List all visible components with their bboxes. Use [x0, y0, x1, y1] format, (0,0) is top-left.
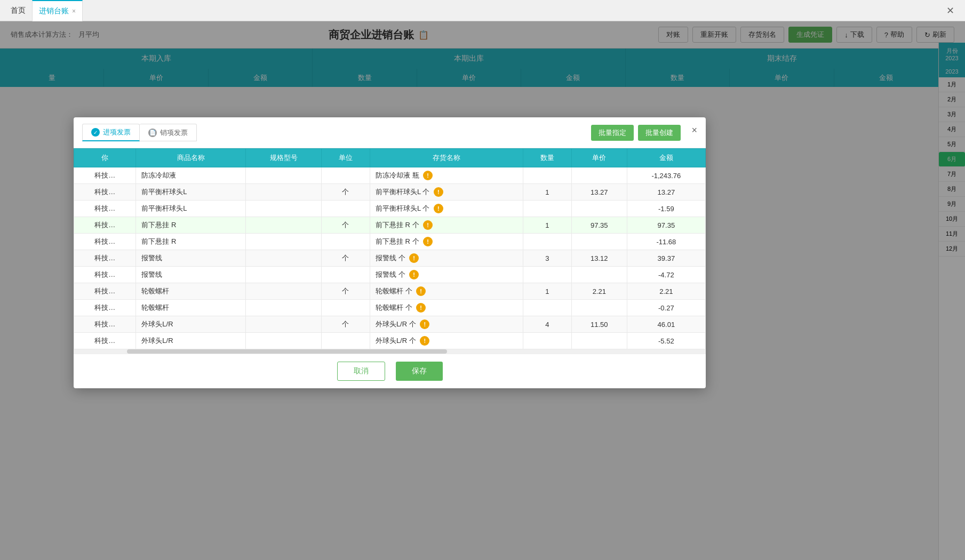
cell-company: 科技…	[74, 267, 136, 283]
cell-amount: -11.68	[627, 234, 705, 250]
cell-company: 科技…	[74, 250, 136, 267]
table-row[interactable]: 科技… 前下悬挂 R 个 前下悬挂 R 个 ! 1 97.35 97.35	[74, 217, 706, 234]
cell-product: 轮毂螺杆	[136, 283, 246, 300]
table-row[interactable]: 科技… 外球头L/R 外球头L/R 个 ! -5.52	[74, 333, 706, 349]
cell-stock-name: 外球头L/R 个 !	[370, 333, 523, 349]
cell-company: 科技…	[74, 167, 136, 184]
scrollbar-thumb[interactable]	[127, 349, 447, 354]
table-row[interactable]: 科技… 报警线 个 报警线 个 ! 3 13.12 39.37	[74, 250, 706, 267]
cell-stock-name: 防冻冷却液 瓶 !	[370, 167, 523, 184]
cell-unit: 个	[321, 316, 370, 333]
table-header-row: 你 商品名称 规格型号 单位 存货名称 数量 单价 金额	[74, 149, 706, 167]
cell-spec	[246, 316, 322, 333]
cell-unit	[321, 333, 370, 349]
warning-icon: !	[416, 286, 426, 296]
cell-amount: 97.35	[627, 217, 705, 234]
cell-qty	[523, 167, 571, 184]
warning-icon: !	[423, 220, 433, 230]
dialog-scroll-area[interactable]: 你 商品名称 规格型号 单位 存货名称 数量 单价 金额 科技… 防冻冷却液 防…	[74, 148, 706, 349]
cell-price	[571, 201, 627, 217]
tab-close-icon[interactable]: ×	[72, 7, 76, 15]
warning-icon: !	[420, 336, 429, 346]
tab-outbound-invoice[interactable]: 📄 销项发票	[140, 124, 197, 141]
cell-price	[571, 234, 627, 250]
cell-company: 科技…	[74, 333, 136, 349]
cell-amount: 2.21	[627, 283, 705, 300]
cell-price	[571, 300, 627, 316]
dialog-header: ✓ 进项发票 📄 销项发票 批量指定 批量创建 ×	[74, 117, 706, 148]
cell-spec	[246, 267, 322, 283]
table-row[interactable]: 科技… 报警线 报警线 个 ! -4.72	[74, 267, 706, 283]
cell-unit: 个	[321, 250, 370, 267]
inbound-tab-label: 进项发票	[103, 127, 131, 137]
main-background: 销售成本计算方法： 月平均 商贸企业进销台账 📋 对账 重新开账 存货别名 生成…	[0, 21, 965, 560]
batch-designate-button[interactable]: 批量指定	[591, 125, 634, 141]
cell-qty	[523, 201, 571, 217]
cell-amount: -1,243.76	[627, 167, 705, 184]
tab-active[interactable]: 进销台账 ×	[32, 0, 83, 21]
cell-company: 科技…	[74, 300, 136, 316]
cell-product: 前平衡杆球头L	[136, 201, 246, 217]
cell-spec	[246, 333, 322, 349]
inbound-tab-icon: ✓	[91, 128, 100, 137]
horizontal-scrollbar[interactable]	[74, 349, 706, 354]
dialog-tabs: ✓ 进项发票 📄 销项发票	[82, 124, 197, 141]
cell-qty: 1	[523, 217, 571, 234]
cell-stock-name: 报警线 个 !	[370, 250, 523, 267]
table-row[interactable]: 科技… 前下悬挂 R 前下悬挂 R 个 ! -11.68	[74, 234, 706, 250]
th-stock-name: 存货名称	[370, 149, 523, 167]
th-qty: 数量	[523, 149, 571, 167]
table-row[interactable]: 科技… 外球头L/R 个 外球头L/R 个 ! 4 11.50 46.01	[74, 316, 706, 333]
save-button[interactable]: 保存	[396, 362, 443, 381]
cell-qty	[523, 234, 571, 250]
cell-spec	[246, 201, 322, 217]
table-row[interactable]: 科技… 防冻冷却液 防冻冷却液 瓶 ! -1,243.76	[74, 167, 706, 184]
cancel-button[interactable]: 取消	[337, 362, 385, 381]
cell-stock-name: 轮毂螺杆 个 !	[370, 283, 523, 300]
outbound-tab-icon: 📄	[148, 129, 157, 137]
cell-stock-name: 外球头L/R 个 !	[370, 316, 523, 333]
cell-stock-name: 报警线 个 !	[370, 267, 523, 283]
table-row[interactable]: 科技… 轮毂螺杆 个 轮毂螺杆 个 ! 1 2.21 2.21	[74, 283, 706, 300]
cell-product: 前下悬挂 R	[136, 217, 246, 234]
table-row[interactable]: 科技… 轮毂螺杆 轮毂螺杆 个 ! -0.27	[74, 300, 706, 316]
cell-company: 科技…	[74, 201, 136, 217]
table-row[interactable]: 科技… 前平衡杆球头L 前平衡杆球头L 个 ! -1.59	[74, 201, 706, 217]
cell-product: 报警线	[136, 250, 246, 267]
cell-unit: 个	[321, 217, 370, 234]
cell-product: 外球头L/R	[136, 333, 246, 349]
cell-product: 报警线	[136, 267, 246, 283]
cell-stock-name: 前下悬挂 R 个 !	[370, 234, 523, 250]
dialog-close-button[interactable]: ×	[691, 125, 697, 141]
cell-stock-name: 前平衡杆球头L 个 !	[370, 201, 523, 217]
app-close-button[interactable]: ✕	[940, 5, 961, 17]
cell-stock-name: 前下悬挂 R 个 !	[370, 217, 523, 234]
cell-price	[571, 333, 627, 349]
cell-unit: 个	[321, 184, 370, 201]
cell-amount: 39.37	[627, 250, 705, 267]
cell-amount: -0.27	[627, 300, 705, 316]
cell-spec	[246, 300, 322, 316]
cell-qty	[523, 267, 571, 283]
batch-create-button[interactable]: 批量创建	[638, 125, 681, 141]
cell-product: 前平衡杆球头L	[136, 184, 246, 201]
tab-home[interactable]: 首页	[4, 0, 32, 21]
cell-amount: -4.72	[627, 267, 705, 283]
cell-amount: 46.01	[627, 316, 705, 333]
cell-price	[571, 267, 627, 283]
th-price: 单价	[571, 149, 627, 167]
cell-product: 防冻冷却液	[136, 167, 246, 184]
warning-icon: !	[423, 237, 433, 246]
tab-inbound-invoice[interactable]: ✓ 进项发票	[82, 124, 140, 141]
active-tab-label: 进销台账	[39, 6, 69, 16]
th-unit: 单位	[321, 149, 370, 167]
outbound-tab-label: 销项发票	[160, 128, 188, 138]
cell-amount: 13.27	[627, 184, 705, 201]
table-row[interactable]: 科技… 前平衡杆球头L 个 前平衡杆球头L 个 ! 1 13.27 13.27	[74, 184, 706, 201]
cell-price	[571, 167, 627, 184]
cell-qty	[523, 300, 571, 316]
cell-qty: 4	[523, 316, 571, 333]
cell-spec	[246, 167, 322, 184]
dialog-header-right: 批量指定 批量创建 ×	[591, 125, 697, 141]
cell-qty: 3	[523, 250, 571, 267]
